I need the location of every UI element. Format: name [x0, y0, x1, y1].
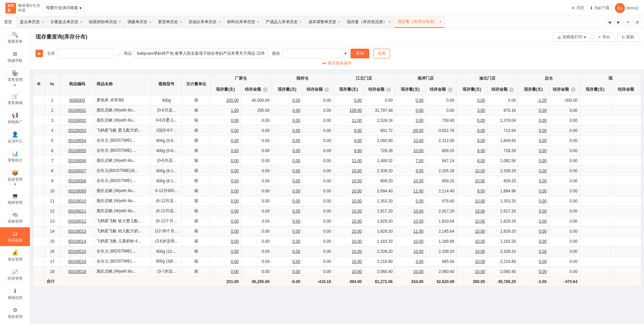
sidebar-item-operations[interactable]: 📈 经营管理: [0, 265, 30, 284]
cell-extra-amt: [610, 246, 641, 257]
sidebar-item-retail-shop[interactable]: 🛒 零售商城: [0, 90, 30, 109]
cell-c5-amt: 1,082.56: [487, 156, 518, 166]
table-row: 13 00100012 飞鹤星飞帆 较大婴儿配... (6-12个月... 箱 …: [33, 216, 641, 226]
sidebar-item-search[interactable]: 🔍 搜索英单: [0, 28, 30, 47]
tab-close-icon[interactable]: ✕: [439, 20, 442, 24]
th-no: №: [45, 73, 60, 95]
shop-icon: 🛒: [1, 93, 29, 99]
cell-total-qty: 0.00: [518, 216, 549, 226]
industry-selector[interactable]: 母婴行业演示陈套 ▾: [43, 3, 85, 12]
color-input[interactable]: [282, 48, 342, 58]
sidebar-item-nav[interactable]: ⊞ 快捷导航: [0, 47, 30, 66]
cell-total-qty: 0.00: [518, 196, 549, 206]
tab-purchase-order[interactable]: 要货单历史 ✕: [155, 16, 185, 28]
c3-amt-info-icon[interactable]: i: [386, 87, 391, 92]
sidebar-item-retail-stat[interactable]: 📊 零售统计: [0, 147, 30, 166]
cell-c3-qty: 0.00: [333, 95, 364, 105]
sidebar-item-ecommerce[interactable]: 💻 电商管理: [0, 189, 30, 209]
tab-close-all-button[interactable]: ✕: [624, 18, 632, 26]
sidebar-item-wholesale[interactable]: 📦 批发管理 ▼: [0, 166, 30, 189]
c4-amt-info-icon[interactable]: i: [448, 87, 452, 92]
tab-expand-button[interactable]: ⊞: [633, 18, 641, 26]
sidebar-item-basic-info[interactable]: ℹ 基础信息: [0, 284, 30, 304]
cell-c1-qty: 0.00: [210, 146, 241, 156]
expand-conditions-button[interactable]: ▾▾ 展开更多条件: [36, 60, 639, 66]
message-button[interactable]: ✉ 消息: [572, 5, 584, 11]
cell-extra-amt: [610, 186, 641, 196]
page-title: 现存量查询(库存分布): [36, 34, 88, 41]
tab-assembly[interactable]: 组装拆卸单历史 ✕: [86, 16, 124, 28]
cell-spec: (6-12月适...: [151, 206, 182, 216]
user-profile[interactable]: Ea demo2: [615, 3, 639, 13]
cell-total-amt: 0.00: [549, 186, 580, 196]
sidebar-item-system[interactable]: ⚙ 系统管理: [0, 304, 30, 323]
cell-c4-amt: 2,114.40: [426, 186, 457, 196]
table-row: 1 0000003 爱他美 卓萃3段 900g 箱 200.00 40,000.…: [33, 95, 641, 105]
print-button[interactable]: 🖨 按模版打印 ▾: [553, 32, 590, 42]
cell-c5-amt: 1,829.20: [487, 216, 518, 226]
c1-amt-info-icon[interactable]: i: [263, 87, 268, 92]
cell-c1-qty: 0.00: [210, 166, 241, 176]
c2-amt-info-icon[interactable]: i: [324, 87, 329, 92]
cell-extra-qty: [580, 236, 610, 246]
tab-inventory-check2[interactable]: 分量盘点单历史 ✕: [47, 16, 86, 28]
cell-c3-amt: 2,094.40: [364, 186, 395, 196]
sidebar-item-finance[interactable]: 💰 资金管理: [0, 246, 30, 265]
tab-close-icon[interactable]: ✕: [118, 20, 121, 24]
cell-settings: [33, 246, 45, 257]
export-button[interactable]: ↗ 导出: [593, 32, 614, 42]
cell-settings: [33, 226, 45, 236]
tab-other-out[interactable]: 其他出库单历史 ✕: [185, 16, 224, 28]
cell-c3-amt: 0.00: [364, 95, 395, 105]
cell-name: 飞鹤星飞帆 儿童奶粉 4...: [95, 236, 151, 246]
tab-cost-adjust[interactable]: 成本调整单历史 ✕: [305, 16, 343, 28]
c5-amt-info-icon[interactable]: i: [509, 87, 514, 92]
th-settings[interactable]: ⚙: [33, 73, 45, 95]
tab-product-in[interactable]: 产成品入库单历史 ✕: [262, 16, 305, 28]
total-amt-info-icon[interactable]: i: [571, 87, 576, 92]
cell-name: 飞鹤星飞帆 幼儿配方奶...: [95, 226, 151, 236]
filter-collapse-button[interactable]: ▶: [36, 50, 43, 57]
cell-c3-amt: 2,917.20: [364, 206, 395, 216]
summary-c3-qty: 494.00: [333, 277, 364, 287]
setting-button[interactable]: 设置: [373, 49, 390, 58]
tab-close-icon[interactable]: ✕: [257, 20, 259, 24]
tab-next-button[interactable]: ▶: [614, 18, 623, 26]
logo-area: 好生意 畅捷通好生意 标题: [5, 3, 40, 13]
tab-close-icon[interactable]: ✕: [388, 20, 391, 24]
warehouse-input[interactable]: [57, 48, 113, 58]
cell-c5-qty: 10.00: [457, 267, 487, 277]
sidebar-item-marketing[interactable]: 📢 营销推广: [0, 109, 30, 128]
th-warehouse4: 南岸门店: [395, 73, 457, 84]
tab-transfer[interactable]: 调拨单历史 ✕: [124, 16, 155, 28]
tab-inventory-check[interactable]: 盘点单历史 ✕: [16, 16, 47, 28]
cell-code: 00100007: [60, 166, 95, 176]
cell-settings: [33, 257, 45, 267]
app-download-button[interactable]: ⬇ App下载: [590, 5, 609, 11]
goods-input[interactable]: [134, 48, 268, 58]
tab-prev-button[interactable]: ◀: [605, 18, 613, 26]
tab-close-icon[interactable]: ✕: [149, 20, 152, 24]
sidebar-item-inventory[interactable]: 🗂 库存核算: [0, 227, 30, 246]
tab-close-icon[interactable]: ✕: [338, 20, 340, 24]
tab-stock-status[interactable]: 现存量（库存状况表） ✕: [343, 16, 394, 28]
tab-stock-dist[interactable]: 现存量（库存分布表） ✕: [394, 16, 445, 28]
cell-c3-amt: 1,488.52: [364, 156, 395, 166]
refresh-button[interactable]: ↻ 刷新: [617, 32, 639, 42]
tab-material-out[interactable]: 材料出库单历史 ✕: [224, 16, 262, 28]
cell-extra-amt: [610, 257, 641, 267]
sidebar-item-member[interactable]: 👤 会员中心: [0, 128, 30, 147]
warehouse-dots[interactable]: ...: [115, 50, 120, 56]
query-button[interactable]: 查询: [351, 49, 369, 58]
sidebar-item-enterprise[interactable]: 🤝 企业协同: [0, 323, 30, 324]
cell-c1-amt: 40,000.00: [241, 95, 272, 105]
cell-extra-qty: [580, 216, 610, 226]
tab-close-icon[interactable]: ✕: [218, 20, 221, 24]
tab-close-icon[interactable]: ✕: [80, 20, 83, 24]
sidebar-item-purchase[interactable]: 🛍 采购管理: [0, 209, 30, 227]
tab-close-icon[interactable]: ✕: [41, 20, 44, 24]
tab-close-icon[interactable]: ✕: [179, 20, 182, 24]
sidebar-item-retail-mgmt[interactable]: 🏪 零售管理 ▲: [0, 66, 30, 90]
tab-home[interactable]: 首页: [0, 16, 16, 28]
tab-close-icon[interactable]: ✕: [299, 20, 302, 24]
